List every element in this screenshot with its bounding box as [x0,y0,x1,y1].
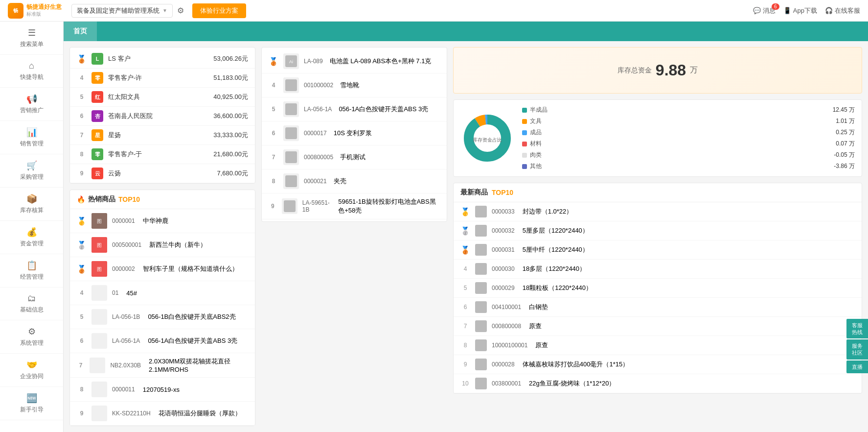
rank-number: 7 [77,362,85,369]
megaphone-icon: 📢 [26,94,37,104]
customer-service-button[interactable]: 客服热线 [846,319,868,339]
legend-color-dot [522,142,527,146]
product-code: 003800001 [492,380,521,387]
product-thumbnail [91,309,107,325]
sidebar-item-basic-info[interactable]: 🗂 基础信息 [0,288,63,320]
mid-column: 🥉 Ai LA-089 电池盖 LA-089 ABS本色+黑种 7.1克 4 [261,47,447,426]
live-stream-button[interactable]: 直播 [846,360,868,373]
legend-name: 其他 [530,162,822,170]
sidebar-item-system[interactable]: ⚙ 系统管理 [0,320,63,354]
logo-sub: 标准版 [26,11,62,18]
sidebar: ☰ 搜索菜单 ⌂ 快捷导航 📢 营销推广 📊 销售管理 🛒 采购管理 📦 库存核… [0,22,64,432]
bronze-medal-icon: 🥉 [77,264,87,274]
product-thumbnail: 图 [91,237,107,253]
product-name: 雪地靴 [340,81,359,90]
inventory-total-unit: 万 [690,65,698,75]
customer-name: LS 客户 [108,54,208,63]
newest-item: 7 000800008 原查 [454,317,862,336]
chart-center-label: 库存资金占比 [473,137,502,143]
sidebar-item-inventory[interactable]: 📦 库存核算 [0,188,63,221]
legend-color-dot [522,130,527,135]
prod-rank-item: 9 LA-59651-1B 59651-1B旋转投影灯电池盒ABS黑色+58壳 [262,193,447,219]
bronze-medal-icon: 🥉 [460,245,470,255]
svg-rect-20 [475,225,487,237]
sidebar-item-quicknav[interactable]: ⌂ 快捷导航 [0,55,63,88]
rank-number: 9 [77,410,87,417]
svg-rect-25 [475,320,487,332]
legend-item: 材料 0.07 万 [522,140,855,148]
svg-text:图: 图 [97,242,102,248]
product-name: 原查 [535,341,548,350]
newest-item: 🥇 0000033 封边带（1.0*22） [454,202,862,221]
rank-item: 5 红 红太阳文具 40,925.00元 [70,88,255,107]
rank-number: 5 [269,106,278,113]
sidebar-item-operations[interactable]: 📋 经营管理 [0,254,63,288]
prod-rank-item: 7 000800005 手机测试 [262,145,447,169]
customer-ranking-card: 🥉 L LS 客户 53,006.26元 4 零 零售客户-许 51,183.0… [69,47,255,184]
customer-name: 红太阳文具 [108,93,208,101]
product-name: 花语萌恒温分腿睡袋（厚款） [159,409,241,418]
logo-text: 畅捷通好生意 [26,3,62,10]
svg-text:图: 图 [97,266,102,272]
sidebar-item-sales[interactable]: 📊 销售管理 [0,121,63,154]
logo-text-group: 畅捷通好生意 标准版 [26,3,62,17]
right-column: 库存总资金 9.88 万 [453,47,862,426]
newest-top10-label: TOP10 [492,189,513,196]
customer-name: 苍南县人民医院 [108,112,208,120]
sidebar-item-search[interactable]: ☰ 搜索菜单 [0,22,63,55]
rank-item: 7 星 星扬 33,333.00元 [70,126,255,145]
svg-rect-23 [475,282,487,294]
product-code: 000500001 [112,241,141,248]
trial-button[interactable]: 体验行业方案 [192,3,246,18]
product-thumbnail [91,333,107,349]
sidebar-item-finance[interactable]: 💰 资金管理 [0,221,63,254]
legend-color-dot [522,153,527,158]
settings-button[interactable]: ⚙ [173,3,188,19]
silver-medal-icon: 🥈 [460,226,470,236]
legend-name: 文具 [530,117,822,125]
page-content: 🥉 L LS 客户 53,006.26元 4 零 零售客户-许 51,183.0… [64,41,868,432]
system-selector[interactable]: 装备及固定资产辅助管理系统 ▼ [71,4,173,18]
customer-name: 零售客户-于 [108,150,208,159]
online-service-button[interactable]: 🎧 在线客服 [825,6,860,15]
rank-number: 5 [77,313,87,320]
product-code: LA-089 [304,58,323,65]
product-code: 0000002 [112,265,135,272]
service-community-button[interactable]: 服务社区 [846,339,868,360]
legend-name: 肉类 [530,151,822,159]
messages-button[interactable]: 💬 消息 6 [753,6,776,15]
sidebar-item-purchase[interactable]: 🛒 采购管理 [0,154,63,188]
sidebar-item-label: 新手引导 [20,406,44,414]
sidebar-item-enterprise[interactable]: 🤝 企业协同 [0,354,63,387]
legend-item: 其他 -3.86 万 [522,162,855,170]
prod-rank-item: 7 NB2.0X30B 2.0X30MM双搓花轴搓花直径2.1MM/ROHS [70,353,255,378]
sidebar-item-label: 营销推广 [20,106,44,115]
top-right: 💬 消息 6 📱 App下载 🎧 在线客服 [753,6,860,15]
svg-rect-19 [475,206,487,217]
top10-label: TOP10 [118,195,140,203]
left-column: 🥉 L LS 客户 53,006.26元 4 零 零售客户-许 51,183.0… [69,47,255,426]
customer-value: 7,680.00元 [217,169,248,178]
customer-avatar: 杏 [91,110,103,122]
sidebar-item-label: 采购管理 [20,173,44,181]
product-thumbnail [91,382,107,397]
svg-rect-26 [475,339,487,351]
product-name: 新西兰牛肉（新牛） [149,240,206,249]
product-code: 001000002 [304,82,333,89]
product-thumbnail: 图 [91,213,107,229]
tab-home[interactable]: 首页 [64,22,97,41]
legend-name: 材料 [530,140,822,148]
product-thumbnail [91,285,107,301]
product-thumbnail [475,282,487,294]
donut-chart: 库存资金占比 [460,111,514,165]
product-code: 0000032 [492,227,515,234]
product-thumbnail [283,125,299,141]
rank-item: 9 云 云扬 7,680.00元 [70,164,255,183]
product-thumbnail [91,406,107,421]
sidebar-item-marketing[interactable]: 📢 营销推广 [0,88,63,121]
app-download-button[interactable]: 📱 App下载 [783,6,817,15]
sidebar-item-guide[interactable]: 🆕 新手引导 [0,387,63,420]
rank-number: 8 [460,342,470,349]
product-name: 手机测试 [340,153,365,162]
rank-number: 9 [77,170,87,177]
